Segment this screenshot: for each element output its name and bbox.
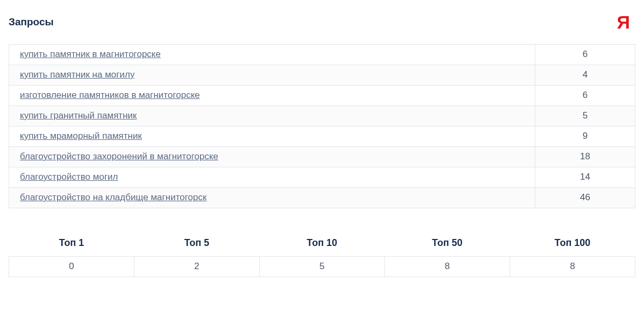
query-value: 14: [535, 167, 635, 188]
query-link[interactable]: благоустройство на кладбище магнитогорск: [20, 192, 206, 202]
query-link[interactable]: купить памятник на могилу: [20, 69, 134, 80]
query-value: 18: [535, 147, 635, 167]
tops-header: Топ 5: [134, 232, 260, 257]
query-value: 4: [535, 65, 635, 86]
query-link[interactable]: изготовление памятников в магнитогорске: [20, 90, 200, 100]
queries-table: купить памятник в магнитогорске 6 купить…: [9, 44, 635, 208]
tops-value: 0: [9, 257, 134, 277]
table-row: купить мраморный памятник 9: [9, 126, 635, 147]
table-row: благоустройство захоронений в магнитогор…: [9, 147, 635, 167]
query-value: 6: [535, 45, 635, 65]
table-row: благоустройство на кладбище магнитогорск…: [9, 188, 635, 208]
table-row: благоустройство могил 14: [9, 167, 635, 188]
query-link[interactable]: благоустройство могил: [20, 172, 118, 182]
query-link[interactable]: купить памятник в магнитогорске: [20, 49, 161, 59]
page-title: Запросы: [9, 16, 54, 28]
query-link[interactable]: благоустройство захоронений в магнитогор…: [20, 151, 218, 161]
tops-value: 8: [385, 257, 510, 277]
table-row: 0 2 5 8 8: [9, 257, 635, 277]
query-value: 9: [535, 126, 635, 147]
yandex-logo-icon: Я: [617, 13, 635, 31]
query-link[interactable]: купить гранитный памятник: [20, 110, 137, 121]
query-value: 5: [535, 106, 635, 126]
query-value: 46: [535, 188, 635, 208]
tops-header: Топ 50: [385, 232, 510, 257]
table-row: купить памятник на могилу 4: [9, 65, 635, 86]
tops-header: Топ 1: [9, 232, 134, 257]
tops-table: Топ 1 Топ 5 Топ 10 Топ 50 Топ 100 0 2 5 …: [9, 232, 635, 277]
query-link[interactable]: купить мраморный памятник: [20, 131, 142, 141]
tops-header: Топ 10: [260, 232, 385, 257]
table-row: купить гранитный памятник 5: [9, 106, 635, 126]
table-row: купить памятник в магнитогорске 6: [9, 45, 635, 65]
query-value: 6: [535, 86, 635, 106]
tops-value: 8: [510, 257, 635, 277]
tops-value: 5: [260, 257, 385, 277]
tops-value: 2: [134, 257, 260, 277]
table-row: изготовление памятников в магнитогорске …: [9, 86, 635, 106]
header: Запросы Я: [9, 13, 635, 31]
tops-header: Топ 100: [510, 232, 635, 257]
